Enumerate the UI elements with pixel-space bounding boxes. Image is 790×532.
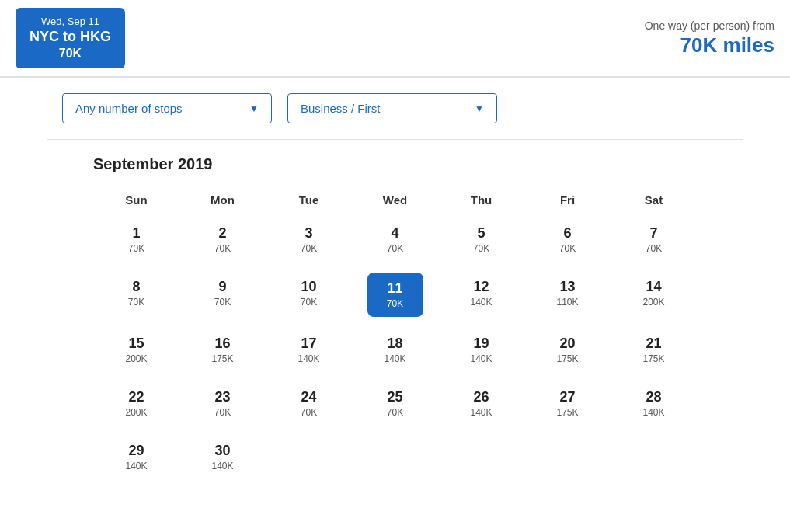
calendar-cell[interactable]: 270K — [179, 213, 266, 266]
day-number: 8 — [132, 279, 140, 295]
flight-route: NYC to HKG — [30, 29, 111, 45]
calendar-cell[interactable]: 1070K — [266, 266, 352, 323]
day-cell-6[interactable]: 670K — [540, 219, 596, 260]
day-price: 70K — [387, 243, 403, 254]
day-cell-8[interactable]: 870K — [109, 273, 165, 314]
calendar-cell[interactable]: 19140K — [438, 323, 524, 377]
calendar-cell[interactable]: 12140K — [438, 266, 524, 323]
cabin-filter-arrow: ▼ — [475, 103, 484, 114]
stops-filter[interactable]: Any number of stops ▼ — [62, 93, 272, 123]
day-cell-15[interactable]: 15200K — [109, 329, 165, 370]
calendar-cell[interactable]: 26140K — [438, 377, 524, 430]
calendar-cell[interactable]: 27175K — [524, 377, 611, 430]
cabin-filter[interactable]: Business / First ▼ — [287, 93, 497, 123]
calendar-cell[interactable]: 2470K — [266, 377, 352, 430]
calendar-cell[interactable]: 1170K — [352, 266, 438, 323]
calendar-cell[interactable]: 18140K — [352, 323, 438, 377]
day-cell-12[interactable]: 12140K — [454, 273, 510, 314]
calendar-cell[interactable]: 28140K — [611, 377, 697, 430]
calendar-cell — [611, 430, 697, 484]
day-cell-13[interactable]: 13110K — [540, 273, 596, 314]
filters-row: Any number of stops ▼ Business / First ▼ — [0, 78, 790, 139]
day-number: 7 — [649, 225, 657, 242]
weekday-header-thu: Thu — [438, 187, 524, 213]
calendar-cell[interactable]: 20175K — [524, 323, 611, 377]
day-cell-17[interactable]: 17140K — [281, 329, 337, 370]
day-price: 175K — [556, 353, 578, 364]
price-amount: 70K miles — [645, 33, 774, 57]
day-cell-20[interactable]: 20175K — [540, 329, 596, 370]
day-cell-21[interactable]: 21175K — [626, 329, 682, 370]
day-number: 25 — [387, 389, 402, 405]
cabin-filter-label: Business / First — [301, 102, 381, 115]
day-number: 18 — [387, 336, 402, 352]
calendar-cell[interactable]: 29140K — [93, 430, 179, 484]
day-cell-14[interactable]: 14200K — [626, 273, 682, 314]
day-cell-1[interactable]: 170K — [109, 219, 165, 260]
calendar-cell[interactable]: 870K — [93, 266, 179, 323]
day-price: 200K — [125, 353, 147, 364]
calendar-cell[interactable]: 21175K — [611, 323, 697, 377]
day-cell-22[interactable]: 22200K — [109, 383, 165, 424]
day-cell-11[interactable]: 1170K — [367, 273, 423, 317]
day-cell-5[interactable]: 570K — [454, 219, 510, 260]
day-cell-9[interactable]: 970K — [195, 273, 251, 314]
day-number: 15 — [128, 336, 144, 352]
calendar-cell[interactable]: 30140K — [179, 430, 266, 484]
day-number: 4 — [391, 225, 398, 242]
day-number: 11 — [387, 280, 402, 297]
day-price: 70K — [301, 243, 317, 254]
day-number: 22 — [128, 389, 144, 405]
header: Wed, Sep 11 NYC to HKG 70K One way (per … — [0, 0, 790, 78]
calendar-cell[interactable]: 22200K — [93, 377, 179, 430]
day-cell-28[interactable]: 28140K — [626, 383, 682, 424]
calendar-cell[interactable]: 16175K — [179, 323, 266, 377]
day-cell-25[interactable]: 2570K — [367, 383, 423, 424]
calendar-cell[interactable]: 170K — [93, 213, 179, 266]
day-price: 140K — [211, 461, 233, 471]
calendar-cell[interactable]: 14200K — [611, 266, 697, 323]
day-cell-29[interactable]: 29140K — [109, 436, 165, 478]
day-number: 29 — [128, 443, 144, 459]
calendar-cell[interactable]: 17140K — [266, 323, 352, 377]
calendar-month-label: September 2019 — [93, 155, 697, 173]
calendar-cell[interactable]: 2370K — [179, 377, 266, 430]
calendar-cell[interactable]: 670K — [524, 213, 611, 266]
day-price: 140K — [470, 407, 492, 418]
day-cell-18[interactable]: 18140K — [367, 329, 423, 370]
weekday-header-tue: Tue — [266, 187, 352, 213]
day-cell-3[interactable]: 370K — [281, 219, 337, 260]
day-cell-4[interactable]: 470K — [367, 219, 423, 260]
day-cell-24[interactable]: 2470K — [281, 383, 337, 424]
calendar-cell[interactable]: 2570K — [352, 377, 438, 430]
flight-summary-card[interactable]: Wed, Sep 11 NYC to HKG 70K — [16, 8, 125, 68]
day-cell-19[interactable]: 19140K — [454, 329, 510, 370]
day-cell-2[interactable]: 270K — [195, 219, 251, 260]
calendar-cell[interactable]: 15200K — [93, 323, 179, 377]
weekday-header-fri: Fri — [524, 187, 611, 213]
day-cell-23[interactable]: 2370K — [195, 383, 251, 424]
day-cell-30[interactable]: 30140K — [195, 436, 251, 478]
day-cell-27[interactable]: 27175K — [540, 383, 596, 424]
calendar-cell[interactable]: 13110K — [524, 266, 611, 323]
day-number: 20 — [559, 336, 575, 352]
calendar-cell[interactable]: 470K — [352, 213, 438, 266]
day-cell-10[interactable]: 1070K — [281, 273, 337, 314]
calendar-table: SunMonTueWedThuFriSat 170K270K370K470K57… — [93, 187, 697, 484]
day-cell-7[interactable]: 770K — [626, 219, 682, 260]
day-cell-26[interactable]: 26140K — [454, 383, 510, 424]
day-price: 140K — [470, 353, 492, 364]
day-cell-16[interactable]: 16175K — [195, 329, 251, 370]
calendar-cell[interactable]: 770K — [611, 213, 697, 266]
day-number: 9 — [218, 279, 226, 295]
calendar-cell[interactable]: 370K — [266, 213, 352, 266]
day-number: 2 — [218, 225, 226, 242]
calendar-cell[interactable]: 570K — [438, 213, 524, 266]
day-price: 175K — [211, 353, 233, 364]
day-number: 28 — [646, 389, 661, 405]
day-price: 70K — [128, 297, 144, 308]
price-info: One way (per person) from 70K miles — [645, 19, 774, 57]
calendar-cell[interactable]: 970K — [179, 266, 266, 323]
calendar-cell — [352, 430, 438, 484]
day-price: 70K — [646, 243, 662, 254]
